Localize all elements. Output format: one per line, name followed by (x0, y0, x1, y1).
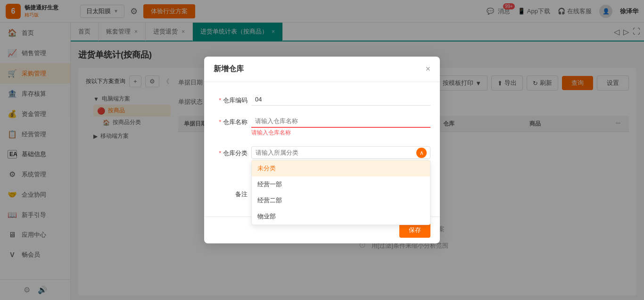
modal-header: 新增仓库 × (204, 57, 440, 82)
modal-field-category: 仓库分类 ∧ 未分类 经营一部 经营二部 物业部 (214, 146, 430, 159)
notes-label: 备注 (214, 187, 251, 199)
modal-body: 仓库编码 仓库名称 请输入仓库名称 仓库分类 ∧ (204, 82, 440, 217)
dropdown-item-uncategorized[interactable]: 未分类 (252, 160, 430, 176)
category-label: 仓库分类 (214, 146, 251, 158)
category-input-wrap: ∧ 未分类 经营一部 经营二部 物业部 (251, 146, 430, 159)
dropdown-item-dept2[interactable]: 经营二部 (252, 192, 430, 208)
modal-title: 新增仓库 (214, 64, 244, 74)
code-label: 仓库编码 (214, 93, 251, 105)
code-input[interactable] (251, 93, 430, 106)
modal-field-code: 仓库编码 (214, 93, 430, 106)
modal-overlay[interactable]: 新增仓库 × 仓库编码 仓库名称 请输入仓库名称 (0, 0, 644, 300)
code-row: 仓库编码 (214, 93, 430, 106)
modal-close-button[interactable]: × (425, 64, 430, 74)
name-label: 仓库名称 (214, 115, 251, 126)
name-row: 仓库名称 (214, 115, 430, 128)
category-input[interactable] (251, 146, 430, 159)
modal-field-name: 仓库名称 请输入仓库名称 (214, 115, 430, 137)
name-error-msg: 请输入仓库名称 (251, 129, 430, 137)
name-input[interactable] (251, 115, 430, 128)
category-row: 仓库分类 ∧ 未分类 经营一部 经营二部 物业部 (214, 146, 430, 159)
dropdown-item-property[interactable]: 物业部 (252, 208, 430, 225)
category-chevron-icon[interactable]: ∧ (416, 148, 427, 158)
category-dropdown: 未分类 经营一部 经营二部 物业部 (251, 160, 430, 225)
dropdown-item-dept1[interactable]: 经营一部 (252, 176, 430, 192)
modal-new-warehouse: 新增仓库 × 仓库编码 仓库名称 请输入仓库名称 (204, 57, 440, 243)
